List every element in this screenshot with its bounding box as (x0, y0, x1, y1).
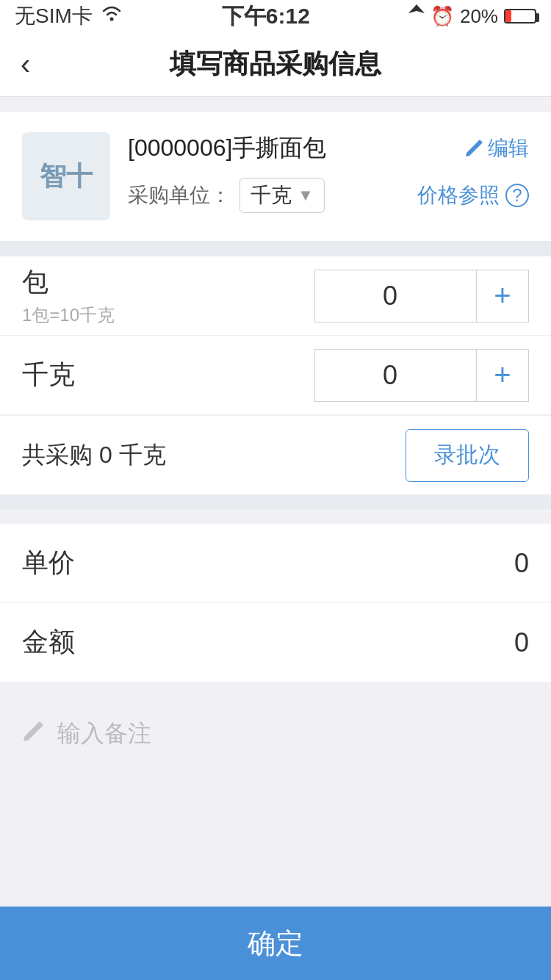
status-bar: 无SIM卡 下午6:12 ⏰ 20% (0, 0, 551, 32)
status-right: ⏰ 20% (408, 4, 536, 29)
unit-value: 千克 (251, 181, 292, 209)
divider-2 (0, 494, 551, 509)
kg-label-group: 千克 (22, 357, 110, 393)
bag-label-group: 包 1包=10千克 (22, 264, 115, 327)
unit-label: 采购单位： (128, 181, 231, 209)
carrier-label: 无SIM卡 (15, 2, 93, 30)
alarm-icon: ⏰ (431, 5, 454, 28)
batch-button[interactable]: 录批次 (406, 429, 529, 482)
product-header: [0000006]手撕面包 编辑 (128, 132, 529, 165)
back-button[interactable]: ‹ (21, 48, 30, 81)
confirm-button[interactable]: 确定 (0, 907, 551, 980)
bag-quantity-input[interactable] (314, 270, 476, 323)
amount-row: 金额 0 (0, 603, 551, 682)
remark-section[interactable]: 输入备注 (0, 697, 551, 771)
unit-price-label: 单价 (22, 545, 75, 581)
total-label: 共采购 0 千克 (22, 439, 166, 472)
page-title: 填写商品采购信息 (170, 46, 381, 82)
bag-input-group: + (314, 270, 529, 323)
kg-quantity-input[interactable] (314, 349, 476, 402)
status-left: 无SIM卡 (15, 2, 123, 30)
nav-bar: ‹ 填写商品采购信息 (0, 32, 551, 97)
info-icon: ? (505, 184, 529, 207)
product-card: 智十 [0000006]手撕面包 编辑 采购单位： 千克 ▼ 价格参照 ? (0, 112, 551, 242)
kg-input-row: 千克 + (0, 336, 551, 415)
battery-icon (504, 9, 536, 24)
kg-input-group: + (314, 349, 529, 402)
price-ref-label: 价格参照 (417, 181, 500, 209)
product-unit-row: 采购单位： 千克 ▼ 价格参照 ? (128, 178, 529, 213)
svg-point-0 (109, 18, 113, 21)
price-ref-button[interactable]: 价格参照 ? (417, 181, 529, 209)
kg-plus-button[interactable]: + (476, 349, 529, 402)
kg-label: 千克 (22, 357, 110, 393)
bag-sub-label: 1包=10千克 (22, 303, 115, 327)
product-thumbnail: 智十 (22, 132, 110, 220)
remark-placeholder: 输入备注 (57, 718, 151, 750)
bag-plus-button[interactable]: + (476, 270, 529, 323)
unit-price-value: 0 (514, 548, 529, 579)
location-icon (408, 4, 425, 29)
bag-input-row: 包 1包=10千克 + (0, 256, 551, 336)
price-section: 单价 0 金额 0 (0, 524, 551, 682)
total-row: 共采购 0 千克 录批次 (0, 415, 551, 494)
input-section: 包 1包=10千克 + 千克 + (0, 256, 551, 415)
edit-button[interactable]: 编辑 (464, 134, 529, 162)
product-info: [0000006]手撕面包 编辑 采购单位： 千克 ▼ 价格参照 ? (128, 132, 529, 213)
wifi-icon (100, 4, 123, 28)
battery-percent: 20% (460, 5, 498, 28)
product-logo: 智十 (40, 159, 93, 195)
divider-1 (0, 242, 551, 256)
amount-value: 0 (514, 627, 529, 658)
bag-label: 包 (22, 264, 115, 300)
unit-dropdown[interactable]: 千克 ▼ (240, 178, 325, 213)
status-time: 下午6:12 (222, 1, 310, 32)
dropdown-arrow-icon: ▼ (298, 186, 314, 205)
pencil-icon (22, 719, 46, 749)
unit-price-row: 单价 0 (0, 524, 551, 603)
amount-label: 金额 (22, 624, 75, 660)
product-name: [0000006]手撕面包 (128, 132, 326, 165)
